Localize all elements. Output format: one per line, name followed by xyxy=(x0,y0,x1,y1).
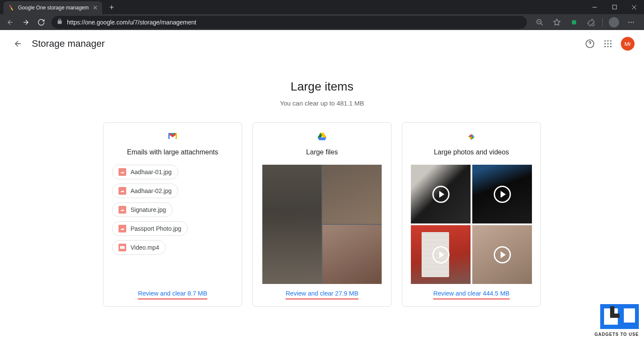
svg-rect-17 xyxy=(122,246,123,247)
svg-point-13 xyxy=(607,46,608,47)
apps-grid-icon[interactable] xyxy=(603,39,613,49)
image-file-icon xyxy=(118,206,126,214)
google-one-favicon xyxy=(8,4,15,11)
drive-thumbnail xyxy=(322,165,382,224)
tab-title: Google One storage managem xyxy=(18,5,89,11)
attachment-name: Signature.jpg xyxy=(131,206,166,213)
attachment-chip[interactable]: Signature.jpg xyxy=(112,202,173,217)
svg-point-3 xyxy=(631,21,632,23)
minimize-button[interactable] xyxy=(585,0,605,14)
card-photos-title: Large photos and videos xyxy=(434,148,509,156)
account-avatar[interactable]: Mr xyxy=(621,37,635,51)
section-subtitle: You can clear up to 481.1 MB xyxy=(0,100,644,107)
page-title: Storage manager xyxy=(32,38,105,49)
play-icon xyxy=(494,246,511,263)
favorite-icon[interactable] xyxy=(551,16,563,28)
gmail-icon xyxy=(167,132,178,142)
browser-chrome: Google One storage managem ✕ https://one… xyxy=(0,0,644,30)
review-drive-link[interactable]: Review and clear 27.9 MB xyxy=(286,290,358,299)
video-thumbnail xyxy=(411,225,471,284)
drive-thumbnail xyxy=(262,165,322,284)
svg-rect-16 xyxy=(121,246,122,247)
attachment-list: Aadhaar-01.jpg Aadhaar-02.jpg Signature.… xyxy=(112,165,233,286)
svg-point-10 xyxy=(607,43,608,44)
section-title: Large items xyxy=(0,80,644,94)
svg-rect-18 xyxy=(123,246,124,247)
image-file-icon xyxy=(118,168,126,176)
cards-row: Emails with large attachments Aadhaar-01… xyxy=(0,122,644,307)
divider xyxy=(602,18,603,27)
zoom-icon[interactable] xyxy=(534,16,546,28)
forward-button[interactable] xyxy=(19,15,33,29)
svg-point-8 xyxy=(610,40,611,42)
extension-indicator[interactable] xyxy=(568,16,580,28)
play-icon xyxy=(432,186,450,203)
attachment-chip[interactable]: Video.mp4 xyxy=(112,240,166,255)
card-photos: Large photos and videos Review and clear… xyxy=(402,122,541,307)
svg-point-9 xyxy=(605,43,606,44)
tab-bar: Google One storage managem ✕ xyxy=(0,0,644,14)
toolbar-actions xyxy=(530,16,641,28)
attachment-name: Passport Photo.jpg xyxy=(131,225,181,232)
address-bar: https://one.google.com/u/7/storage/manag… xyxy=(0,14,644,30)
card-gmail: Emails with large attachments Aadhaar-01… xyxy=(103,122,242,307)
svg-point-12 xyxy=(605,46,606,47)
image-file-icon xyxy=(118,187,126,195)
browser-tab[interactable]: Google One storage managem ✕ xyxy=(3,1,102,14)
svg-point-7 xyxy=(607,40,608,42)
drive-thumbnail xyxy=(322,225,382,284)
drive-icon xyxy=(317,132,327,142)
play-icon xyxy=(432,246,450,263)
attachment-chip[interactable]: Aadhaar-02.jpg xyxy=(112,184,178,198)
svg-point-11 xyxy=(610,43,611,44)
review-photos-link[interactable]: Review and clear 444.5 MB xyxy=(433,290,509,299)
video-thumbnail xyxy=(411,165,471,223)
back-button[interactable] xyxy=(3,15,17,29)
lock-icon xyxy=(57,18,63,26)
svg-rect-21 xyxy=(622,323,637,327)
video-thumbnail xyxy=(472,225,532,284)
watermark-logo xyxy=(595,304,639,334)
extensions-icon[interactable] xyxy=(585,16,597,28)
attachment-name: Aadhaar-02.jpg xyxy=(131,187,172,194)
attachment-chip[interactable]: Passport Photo.jpg xyxy=(112,221,188,236)
url-text: https://one.google.com/u/7/storage/manag… xyxy=(67,19,522,26)
main-content: Large items You can clear up to 481.1 MB… xyxy=(0,57,644,307)
svg-rect-0 xyxy=(612,5,616,9)
watermark: GADGETS TO USE xyxy=(595,304,639,337)
video-thumbnail xyxy=(472,165,532,223)
header-actions: Mr xyxy=(585,37,635,51)
window-controls xyxy=(585,0,644,14)
card-drive-title: Large files xyxy=(306,148,338,156)
svg-point-6 xyxy=(605,40,606,42)
image-file-icon xyxy=(118,225,126,232)
maximize-button[interactable] xyxy=(605,0,624,14)
svg-point-2 xyxy=(628,21,629,23)
attachment-name: Video.mp4 xyxy=(131,244,159,251)
card-gmail-title: Emails with large attachments xyxy=(127,148,219,156)
photos-thumbnails[interactable] xyxy=(411,165,532,284)
watermark-text: GADGETS TO USE xyxy=(595,332,639,337)
close-tab-icon[interactable]: ✕ xyxy=(93,4,98,11)
menu-icon[interactable] xyxy=(625,16,637,28)
drive-thumbnails[interactable] xyxy=(262,165,382,284)
svg-point-4 xyxy=(633,21,634,23)
reload-button[interactable] xyxy=(34,15,48,29)
card-drive: Large files Review and clear 27.9 MB xyxy=(252,122,392,307)
photos-icon xyxy=(466,132,477,142)
svg-point-14 xyxy=(610,46,611,47)
new-tab-button[interactable] xyxy=(106,1,118,13)
back-arrow-button[interactable] xyxy=(9,35,27,52)
svg-rect-15 xyxy=(120,246,125,249)
close-window-button[interactable] xyxy=(624,0,644,14)
attachment-chip[interactable]: Aadhaar-01.jpg xyxy=(112,165,178,179)
app-header: Storage manager Mr xyxy=(0,30,644,57)
video-file-icon xyxy=(118,244,126,251)
url-field[interactable]: https://one.google.com/u/7/storage/manag… xyxy=(52,16,527,29)
help-icon[interactable] xyxy=(585,39,595,49)
profile-button[interactable] xyxy=(608,16,620,28)
attachment-name: Aadhaar-01.jpg xyxy=(131,169,172,175)
review-gmail-link[interactable]: Review and clear 8.7 MB xyxy=(138,290,207,299)
play-icon xyxy=(494,186,511,203)
